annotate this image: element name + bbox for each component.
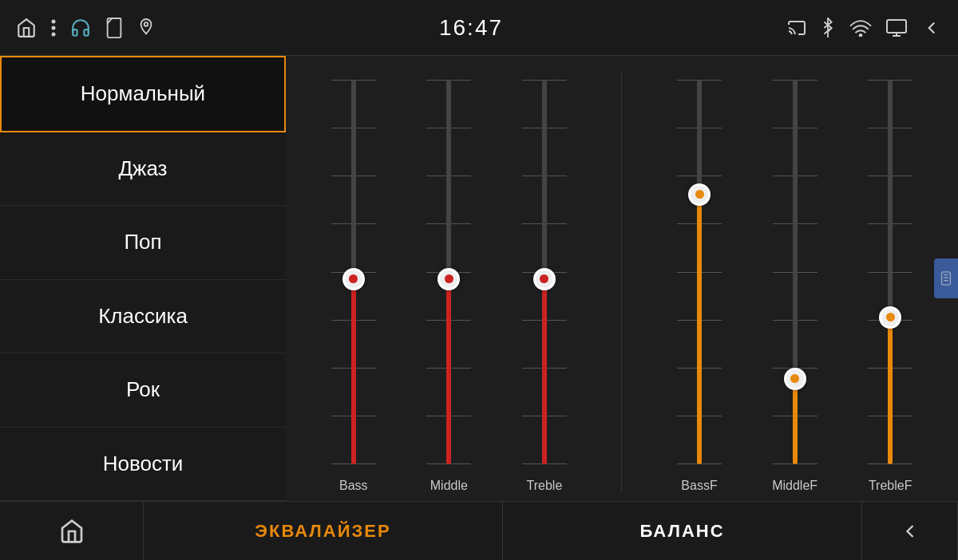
slider-track-area-treble[interactable] xyxy=(522,72,567,472)
headphones-icon[interactable] xyxy=(70,18,91,38)
eq-panel: BassMiddleTrebleBassFMiddleFTrebleF xyxy=(286,56,958,501)
slider-track-area-bassf[interactable] xyxy=(677,72,722,472)
thumb-dot-treble xyxy=(540,274,548,283)
slider-label-middlef: MiddleF xyxy=(772,479,817,493)
slider-thumb-bassf[interactable] xyxy=(688,183,711,206)
slider-track-area-treblef[interactable] xyxy=(868,72,912,472)
slider-treblef: TrebleF xyxy=(868,72,912,493)
home-icon[interactable] xyxy=(16,18,37,38)
thumb-dot-bass xyxy=(349,274,358,283)
svg-rect-11 xyxy=(942,272,951,285)
slider-track-area-bass[interactable] xyxy=(331,72,376,472)
sidebar-item-news[interactable]: Новости xyxy=(0,428,286,502)
thumb-dot-bassf xyxy=(695,190,704,199)
slider-track-area-middle[interactable] xyxy=(426,72,471,472)
slider-fill-treble xyxy=(542,280,547,464)
svg-point-2 xyxy=(52,32,56,36)
slider-middlef: MiddleF xyxy=(773,72,817,493)
cast-icon[interactable] xyxy=(787,18,806,37)
sliders-container: BassMiddleTrebleBassFMiddleFTrebleF xyxy=(310,72,934,493)
sidebar-item-jazz[interactable]: Джаз xyxy=(0,132,286,207)
balance-tab[interactable]: БАЛАНС xyxy=(503,502,862,560)
right-edge-button[interactable] xyxy=(934,258,958,298)
slider-fill-bass xyxy=(351,280,356,464)
bottom-home-button[interactable] xyxy=(0,502,144,560)
sidebar-item-rock[interactable]: Рок xyxy=(0,353,286,428)
slider-fill-middlef xyxy=(793,380,798,464)
location-icon[interactable] xyxy=(137,18,155,38)
clock: 16:47 xyxy=(439,15,503,41)
svg-rect-8 xyxy=(887,20,906,33)
sidebar-item-classic[interactable]: Классика xyxy=(0,280,286,354)
svg-point-1 xyxy=(52,26,56,30)
svg-point-0 xyxy=(52,19,56,23)
screen-mirror-icon[interactable] xyxy=(886,19,907,37)
slider-track-area-middlef[interactable] xyxy=(773,72,817,472)
bottom-bar: ЭКВАЛАЙЗЕР БАЛАНС xyxy=(0,501,958,560)
main-content: Нормальный Джаз Поп Классика Рок Новости… xyxy=(0,56,958,501)
sidebar-item-normal[interactable]: Нормальный xyxy=(0,56,286,132)
equalizer-tab[interactable]: ЭКВАЛАЙЗЕР xyxy=(144,502,503,560)
thumb-dot-middle xyxy=(445,274,453,283)
thumb-dot-treblef xyxy=(886,313,895,321)
bluetooth-icon[interactable] xyxy=(821,18,835,38)
sidebar-item-pop[interactable]: Поп xyxy=(0,206,286,280)
slider-label-treble: Treble xyxy=(527,479,563,493)
back-icon[interactable] xyxy=(921,18,942,38)
sd-card-icon[interactable] xyxy=(105,18,123,38)
wifi-icon[interactable] xyxy=(849,19,872,37)
slider-label-treblef: TrebleF xyxy=(869,479,912,493)
slider-thumb-bass[interactable] xyxy=(342,268,365,290)
slider-label-bassf: BassF xyxy=(681,479,717,493)
top-bar: 16:47 xyxy=(0,0,958,56)
group-divider xyxy=(621,72,622,493)
sidebar: Нормальный Джаз Поп Классика Рок Новости xyxy=(0,56,286,501)
slider-fill-middle xyxy=(446,280,451,464)
slider-thumb-middle[interactable] xyxy=(437,268,460,290)
slider-bassf: BassF xyxy=(677,72,722,493)
slider-label-middle: Middle xyxy=(430,479,468,493)
svg-point-7 xyxy=(860,34,862,36)
slider-treble: Treble xyxy=(522,72,567,493)
bottom-back-button[interactable] xyxy=(862,502,958,560)
thumb-dot-middlef xyxy=(790,374,799,383)
slider-thumb-treble[interactable] xyxy=(533,268,556,290)
slider-label-bass: Bass xyxy=(339,479,368,493)
slider-bass: Bass xyxy=(331,72,376,493)
slider-thumb-treblef[interactable] xyxy=(879,306,901,329)
slider-fill-treblef xyxy=(888,318,893,464)
top-bar-right xyxy=(787,18,942,38)
slider-middle: Middle xyxy=(426,72,471,493)
slider-fill-bassf xyxy=(697,195,702,464)
svg-point-4 xyxy=(144,22,148,26)
top-bar-left xyxy=(16,18,155,38)
slider-thumb-middlef[interactable] xyxy=(784,368,806,390)
menu-icon[interactable] xyxy=(51,19,56,37)
